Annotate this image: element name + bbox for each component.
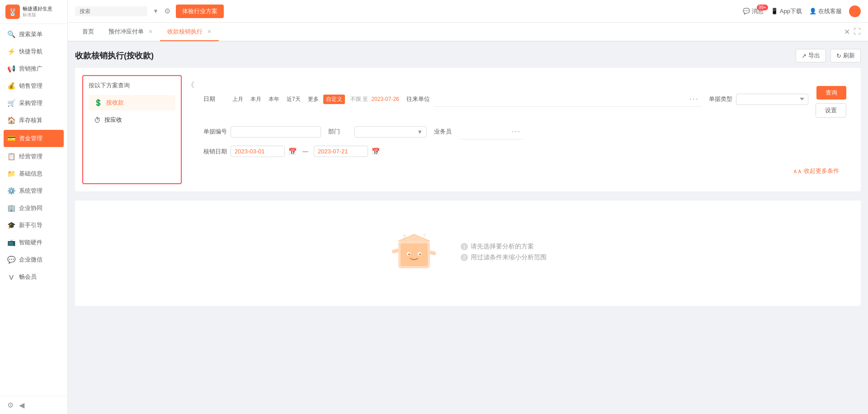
- sidebar-item-label-search: 搜索菜单: [19, 30, 42, 38]
- date-this-month-btn[interactable]: 本月: [248, 95, 264, 104]
- export-button[interactable]: ↗ 导出: [796, 49, 826, 62]
- search-input[interactable]: [75, 6, 147, 16]
- svg-point-4: [408, 253, 410, 255]
- refresh-icon: ↻: [836, 52, 841, 59]
- empty-text: 1 请先选择要分析的方案 2 用过滤条件来缩小分析范围: [461, 243, 547, 264]
- tab-collection-label: 收款核销执行: [167, 28, 203, 36]
- dept-label: 部门: [328, 128, 351, 136]
- sidebar-item-label-purchase: 采购管理: [19, 99, 42, 107]
- date-7days-btn[interactable]: 近7天: [284, 95, 303, 104]
- step-2-num: 2: [461, 254, 468, 261]
- sidebar-item-label-wechat: 企业微信: [19, 256, 42, 264]
- staff-label: 业务员: [434, 128, 457, 136]
- industry-solution-button[interactable]: 体验行业方案: [176, 5, 224, 18]
- logo-name: 畅捷通好生意: [23, 5, 52, 12]
- expand-tab-icon[interactable]: ⛶: [854, 28, 861, 36]
- date-this-year-btn[interactable]: 本年: [266, 95, 282, 104]
- online-service-button[interactable]: 👤 在线客服: [809, 7, 842, 15]
- verify-date-end-input[interactable]: [314, 146, 368, 157]
- filter-collapse-icon[interactable]: 《: [185, 79, 196, 92]
- sidebar-item-basic[interactable]: 📁 基础信息: [0, 165, 67, 182]
- empty-step-2: 2 用过滤条件来缩小分析范围: [461, 253, 547, 262]
- refresh-button[interactable]: ↻ 刷新: [830, 49, 861, 62]
- tab-prepay-close[interactable]: ✕: [148, 29, 153, 35]
- filter-sidebar: 按以下方案查询 💲 按收款 ⏱ 按应收: [82, 75, 182, 184]
- sidebar-item-inventory[interactable]: 🏠 库存核算: [0, 112, 67, 129]
- sidebar-item-member[interactable]: V 畅会员: [0, 268, 67, 286]
- bill-no-input[interactable]: [231, 126, 321, 138]
- bill-type-select[interactable]: [736, 94, 808, 105]
- date-more-btn[interactable]: 更多: [305, 95, 321, 104]
- tab-home[interactable]: 首页: [75, 23, 101, 41]
- sidebar-item-enterprise[interactable]: 🏢 企业协同: [0, 200, 67, 217]
- sidebar-item-label-sales: 销售管理: [19, 82, 42, 90]
- date-range-display: 不限 至 2023-07-26: [350, 95, 399, 103]
- filter-option-by-receivable[interactable]: ⏱ 按应收: [89, 112, 175, 128]
- calendar-end-icon[interactable]: 📅: [372, 148, 380, 156]
- sidebar-item-quick-nav[interactable]: ⚡ 快捷导航: [0, 43, 67, 60]
- sidebar-item-sales[interactable]: 💰 销售管理: [0, 77, 67, 95]
- empty-illustration: ? ?: [389, 228, 439, 279]
- sidebar-item-hardware[interactable]: 📺 智能硬件: [0, 234, 67, 251]
- logo-icon: 🐰: [5, 5, 20, 19]
- collapse-conditions-btn[interactable]: ∧∧ 收起更多条件: [203, 163, 846, 179]
- date-last-month-btn[interactable]: 上月: [230, 95, 246, 104]
- filter-option-by-receipt[interactable]: 💲 按收款: [89, 95, 175, 110]
- sidebar-item-purchase[interactable]: 🛒 采购管理: [0, 95, 67, 112]
- query-btn-area: 查询 设置: [816, 81, 846, 118]
- filter-panel: 按以下方案查询 💲 按收款 ⏱ 按应收 《: [75, 68, 861, 191]
- sidebar-item-label-enterprise: 企业协同: [19, 204, 42, 212]
- sidebar-item-system[interactable]: ⚙️ 系统管理: [0, 182, 67, 200]
- member-icon: V: [7, 273, 15, 281]
- svg-text:?: ?: [423, 233, 426, 238]
- app-download-button[interactable]: 📱 App下载: [771, 7, 802, 15]
- sidebar-item-search[interactable]: 🔍 搜索菜单: [0, 26, 67, 43]
- tab-prepay-label: 预付冲应付单: [108, 28, 144, 36]
- purchase-icon: 🛒: [7, 99, 15, 107]
- sidebar-item-label-finance: 资金管理: [19, 134, 42, 143]
- hardware-icon: 📺: [7, 238, 15, 247]
- set-button[interactable]: 设置: [816, 103, 846, 118]
- filter-row-1: 日期 上月 本月 本年 近7天 更多 自定义 不限 至: [203, 81, 846, 118]
- sidebar-item-wechat[interactable]: 💬 企业微信: [0, 251, 67, 268]
- tab-collection-close[interactable]: ✕: [207, 29, 212, 35]
- close-tab-icon[interactable]: ✕: [844, 28, 850, 36]
- guide-icon: 🎓: [7, 221, 15, 229]
- collapse-sidebar-icon[interactable]: ◀: [19, 401, 24, 409]
- counterparty-dots-btn[interactable]: ···: [687, 93, 702, 105]
- staff-dots-btn[interactable]: ···: [509, 126, 524, 137]
- bill-type-filter: 单据类型: [709, 94, 808, 105]
- message-button[interactable]: 💬 消息 99+: [743, 7, 764, 15]
- date-custom-btn[interactable]: 自定义: [323, 95, 345, 104]
- filter-sidebar-title: 按以下方案查询: [89, 81, 175, 90]
- sidebar-item-marketing[interactable]: 📢 营销推广: [0, 60, 67, 77]
- filter-row-3: 核销日期 📅 — 📅: [203, 146, 846, 157]
- query-button[interactable]: 查询: [816, 86, 846, 100]
- chevron-down-icon[interactable]: ▼: [153, 8, 159, 14]
- verify-date-start-input[interactable]: [231, 146, 285, 157]
- sidebar-nav: 🔍 搜索菜单⚡ 快捷导航📢 营销推广💰 销售管理🛒 采购管理🏠 库存核算💳 资金…: [0, 24, 67, 396]
- finance-icon: 💳: [7, 134, 15, 143]
- empty-state: ? ? 1 请先选择要分析的方案 2 用过滤条件来缩小分析范围: [75, 200, 861, 306]
- page-title: 收款核销执行(按收款): [75, 50, 154, 61]
- svg-rect-6: [392, 248, 400, 254]
- tab-prepay[interactable]: 预付冲应付单 ✕: [101, 23, 160, 41]
- sidebar-item-guide[interactable]: 🎓 新手引导: [0, 217, 67, 234]
- tab-collection[interactable]: 收款核销执行 ✕: [160, 23, 219, 41]
- sidebar-bottom: ⚙ ◀: [0, 396, 67, 414]
- sidebar-item-business[interactable]: 📋 经营管理: [0, 148, 67, 165]
- sidebar-item-label-quick-nav: 快捷导航: [19, 48, 42, 56]
- dept-filter: 部门 ▼: [328, 126, 427, 138]
- calendar-start-icon[interactable]: 📅: [288, 148, 297, 156]
- gear-icon[interactable]: ⚙: [164, 7, 170, 15]
- sidebar-item-finance[interactable]: 💳 资金管理: [4, 130, 64, 147]
- user-avatar[interactable]: [849, 5, 861, 17]
- sidebar-item-label-business: 经营管理: [19, 152, 42, 161]
- bill-no-filter: 单据编号: [203, 126, 321, 138]
- sidebar-item-label-hardware: 智能硬件: [19, 238, 42, 247]
- topbar-right: 💬 消息 99+ 📱 App下载 👤 在线客服: [743, 5, 861, 17]
- settings-icon[interactable]: ⚙: [7, 401, 14, 409]
- svg-text:?: ?: [403, 234, 406, 240]
- counterparty-filter: 往来单位 ···: [406, 91, 702, 107]
- page-header: 收款核销执行(按收款) ↗ 导出 ↻ 刷新: [75, 49, 861, 62]
